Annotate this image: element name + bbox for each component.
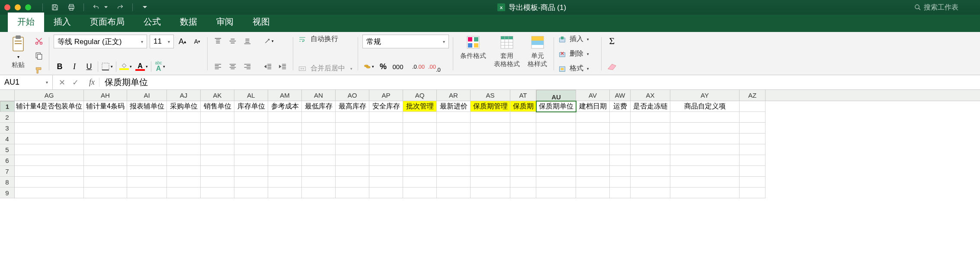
cell-AI7[interactable] xyxy=(127,166,167,177)
cell-AR1[interactable]: 最新进价 xyxy=(437,101,471,112)
align-top-button[interactable] xyxy=(212,35,224,48)
cell-AP2[interactable] xyxy=(369,112,403,123)
cell-AW6[interactable] xyxy=(610,155,631,166)
formula-input[interactable]: 保质期单位 xyxy=(99,76,980,88)
save-icon[interactable] xyxy=(51,3,59,12)
cell-AS8[interactable] xyxy=(471,177,510,188)
cell-AP5[interactable] xyxy=(369,144,403,155)
cell-AP8[interactable] xyxy=(369,177,403,188)
cell-AX3[interactable] xyxy=(631,123,670,134)
cell-AO7[interactable] xyxy=(336,166,369,177)
cell-AW2[interactable] xyxy=(610,112,631,123)
cell-AV8[interactable] xyxy=(576,177,610,188)
cell-AL3[interactable] xyxy=(234,123,268,134)
cell-AW8[interactable] xyxy=(610,177,631,188)
cell-AH9[interactable] xyxy=(84,188,127,198)
cell-AM8[interactable] xyxy=(268,177,302,188)
align-center-button[interactable] xyxy=(227,60,239,73)
cell-AL9[interactable] xyxy=(234,188,268,198)
cell-AR6[interactable] xyxy=(437,155,471,166)
font-size-select[interactable]: 11▾ xyxy=(150,35,174,48)
cell-AW3[interactable] xyxy=(610,123,631,134)
column-header-AP[interactable]: AP xyxy=(369,90,403,101)
cell-AU1[interactable]: 保质期单位 xyxy=(536,101,576,112)
cell-AV4[interactable] xyxy=(576,134,610,144)
cell-AX8[interactable] xyxy=(631,177,670,188)
cell-AG9[interactable] xyxy=(15,188,84,198)
cell-AJ9[interactable] xyxy=(167,188,201,198)
cell-AG7[interactable] xyxy=(15,166,84,177)
row-header-5[interactable]: 5 xyxy=(0,144,15,155)
cell-AV9[interactable] xyxy=(576,188,610,198)
cut-button[interactable] xyxy=(33,35,45,48)
cell-AX2[interactable] xyxy=(631,112,670,123)
cell-AN6[interactable] xyxy=(302,155,336,166)
tab-插入[interactable]: 插入 xyxy=(44,13,80,32)
cell-AN1[interactable]: 最低库存 xyxy=(302,101,336,112)
cell-AL5[interactable] xyxy=(234,144,268,155)
increase-font-button[interactable]: A▴ xyxy=(176,35,189,48)
decrease-indent-button[interactable] xyxy=(262,60,274,73)
cell-AP9[interactable] xyxy=(369,188,403,198)
cell-AN9[interactable] xyxy=(302,188,336,198)
cell-AN5[interactable] xyxy=(302,144,336,155)
cell-AU6[interactable] xyxy=(536,155,576,166)
cell-AQ1[interactable]: 批次管理 xyxy=(403,101,437,112)
phonetic-button[interactable]: abcA▾ xyxy=(154,60,166,73)
cell-AJ6[interactable] xyxy=(167,155,201,166)
cell-AN3[interactable] xyxy=(302,123,336,134)
cell-AX1[interactable]: 是否走冻链 xyxy=(631,101,670,112)
copy-button[interactable] xyxy=(33,49,45,62)
decrease-font-button[interactable]: A▾ xyxy=(191,35,203,48)
cell-AJ1[interactable]: 采购单位 xyxy=(167,101,201,112)
cell-AT6[interactable] xyxy=(510,155,536,166)
cell-AZ6[interactable] xyxy=(740,155,765,166)
cell-AM6[interactable] xyxy=(268,155,302,166)
cell-AH6[interactable] xyxy=(84,155,127,166)
column-header-AY[interactable]: AY xyxy=(670,90,740,101)
cell-AT3[interactable] xyxy=(510,123,536,134)
fill-color-button[interactable]: ▾ xyxy=(119,60,132,73)
cell-AL4[interactable] xyxy=(234,134,268,144)
cell-AG1[interactable]: 辅计量4是否包装单位 xyxy=(15,101,84,112)
cell-AZ1[interactable] xyxy=(740,101,765,112)
cell-AQ9[interactable] xyxy=(403,188,437,198)
cell-AI9[interactable] xyxy=(127,188,167,198)
cell-AR8[interactable] xyxy=(437,177,471,188)
cell-AT2[interactable] xyxy=(510,112,536,123)
cell-AQ5[interactable] xyxy=(403,144,437,155)
cell-AZ7[interactable] xyxy=(740,166,765,177)
row-header-8[interactable]: 8 xyxy=(0,177,15,188)
format-as-table-button[interactable]: 套用 表格格式 xyxy=(491,35,522,68)
align-middle-button[interactable] xyxy=(227,35,239,48)
cell-AG4[interactable] xyxy=(15,134,84,144)
cell-AH1[interactable]: 辅计量4条码 xyxy=(84,101,127,112)
cell-AW1[interactable]: 运费 xyxy=(610,101,631,112)
cell-AJ2[interactable] xyxy=(167,112,201,123)
search-box[interactable] xyxy=(914,3,976,11)
border-button[interactable]: ▾ xyxy=(101,60,113,73)
bold-button[interactable]: B xyxy=(54,60,66,73)
cell-AT4[interactable] xyxy=(510,134,536,144)
cell-AV7[interactable] xyxy=(576,166,610,177)
column-header-AT[interactable]: AT xyxy=(510,90,536,101)
select-all-corner[interactable] xyxy=(0,90,15,101)
column-header-AM[interactable]: AM xyxy=(268,90,302,101)
cell-AM2[interactable] xyxy=(268,112,302,123)
column-header-AW[interactable]: AW xyxy=(610,90,631,101)
cell-AI5[interactable] xyxy=(127,144,167,155)
font-name-select[interactable]: 等线 Regular (正文)▾ xyxy=(54,35,147,48)
cell-AY6[interactable] xyxy=(670,155,740,166)
cell-AS2[interactable] xyxy=(471,112,510,123)
cell-AH3[interactable] xyxy=(84,123,127,134)
cell-AL6[interactable] xyxy=(234,155,268,166)
cell-AJ5[interactable] xyxy=(167,144,201,155)
row-header-4[interactable]: 4 xyxy=(0,134,15,144)
column-header-AK[interactable]: AK xyxy=(201,90,234,101)
cell-AT1[interactable]: 保质期 xyxy=(510,101,536,112)
cell-AM5[interactable] xyxy=(268,144,302,155)
align-right-button[interactable] xyxy=(241,60,253,73)
cell-AH4[interactable] xyxy=(84,134,127,144)
column-header-AZ[interactable]: AZ xyxy=(740,90,765,101)
cell-AW9[interactable] xyxy=(610,188,631,198)
